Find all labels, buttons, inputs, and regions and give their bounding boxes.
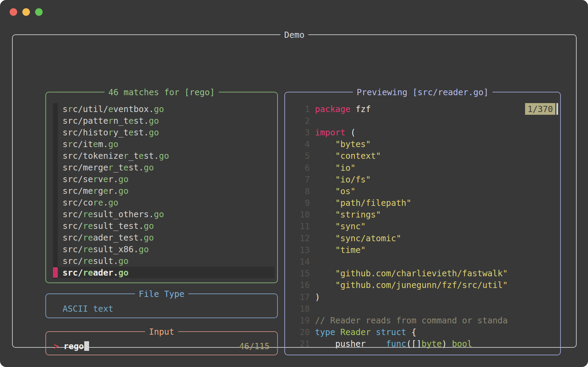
search-input[interactable]: > rego 46/115 (54, 332, 270, 357)
match-counter: 46/115 (239, 341, 270, 351)
code-text: "bytes" (315, 139, 371, 149)
line-number: 19 (300, 315, 310, 325)
text-segment: st. (134, 127, 149, 137)
list-item-selected[interactable]: src/reader.go (53, 267, 275, 278)
match-segment: r (68, 139, 73, 149)
code-area[interactable]: 1package fzf23import (4 "bytes"5 "contex… (300, 103, 558, 350)
match-segment: go (154, 104, 164, 114)
code-text: // Reader reads from command or standa (315, 315, 508, 325)
text-segment: src/histo (63, 127, 108, 137)
list-item[interactable]: src/item.go (53, 138, 275, 150)
match-segment: e (103, 174, 108, 184)
match-segment: r (93, 186, 98, 196)
list-item[interactable]: src/tokenizer_test.go (53, 150, 275, 162)
list-item[interactable]: src/history_test.go (53, 126, 275, 138)
text-segment: y_t (113, 127, 129, 137)
text-segment: src/ (63, 268, 83, 278)
matches-panel-title: 46 matches for [rego] (105, 87, 219, 98)
preview-scrollbar-thumb[interactable] (556, 103, 558, 115)
match-segment: re (83, 233, 93, 243)
text-segment: ventbox. (113, 104, 154, 114)
query-text: rego (64, 341, 84, 351)
text-segment: sult. (93, 256, 119, 266)
text-segment: _t (113, 163, 124, 173)
line-number: 11 (300, 221, 310, 231)
list-item[interactable]: src/result_x86.go (53, 243, 275, 255)
code-text: "strings" (315, 210, 381, 220)
code-line: 4 "bytes" (300, 138, 558, 150)
code-text: "os" (315, 186, 356, 196)
text-segment: st. (129, 163, 144, 173)
list-item[interactable]: src/pattern_test.go (53, 115, 275, 126)
line-number: 15 (300, 268, 310, 278)
line-number: 9 (300, 198, 310, 208)
line-number: 14 (300, 257, 310, 267)
input-panel: Input > rego 46/115 (45, 331, 278, 355)
match-segment: r (68, 104, 73, 114)
text-segment: s (63, 104, 68, 114)
code-text: ) (315, 292, 320, 302)
list-item[interactable]: src/util/eventbox.go (53, 103, 275, 115)
text-segment: ader_test. (93, 233, 144, 243)
code-line: 20type Reader struct { (300, 326, 558, 338)
line-number: 10 (300, 210, 310, 220)
text-segment: s (63, 139, 68, 149)
text-segment: r. (108, 174, 119, 184)
filetype-panel-title: File Type (135, 288, 188, 300)
close-button-icon[interactable] (10, 8, 17, 16)
line-number: 4 (300, 139, 310, 149)
zoom-button-icon[interactable] (35, 8, 43, 16)
list-item[interactable]: src/result_test.go (53, 220, 275, 232)
code-line: 8 "os" (300, 185, 558, 197)
list-item[interactable]: src/merger.go (53, 185, 275, 197)
match-list[interactable]: src/util/eventbox.gosrc/pattern_test.gos… (53, 103, 275, 278)
match-segment: go (108, 139, 119, 149)
list-item[interactable]: src/merger_test.go (53, 162, 275, 173)
text-segment: c/util/ (73, 104, 108, 114)
window-title: Demo (280, 29, 308, 41)
demo-border-box: Demo 46 matches for [rego] src/util/even… (12, 34, 577, 348)
line-number: 8 (300, 186, 310, 196)
code-line: 15 "github.com/charlievieth/fastwalk" (300, 268, 558, 279)
code-line: 9 "path/filepath" (300, 197, 558, 209)
text-cursor (84, 341, 89, 351)
match-segment: go (149, 127, 159, 137)
match-segment: go (144, 221, 154, 231)
code-line: 7 "io/fs" (300, 174, 558, 185)
text-segment: src/ (63, 221, 83, 231)
match-segment: r (108, 163, 113, 173)
text-segment: src/merge (63, 163, 108, 173)
list-item[interactable]: src/reader_test.go (53, 232, 275, 243)
code-text: "sync/atomic" (315, 233, 401, 243)
filetype-panel: File Type ASCII text (45, 293, 278, 318)
match-segment: e (123, 163, 129, 173)
filetype-value: ASCII text (63, 294, 113, 320)
match-segment: re (83, 244, 93, 254)
code-text: "path/filepath" (315, 198, 411, 208)
line-number: 13 (300, 245, 310, 255)
line-number: 21 (300, 339, 310, 349)
list-item[interactable]: src/result_others.go (53, 208, 275, 220)
match-segment: r (108, 127, 113, 137)
list-item[interactable]: src/server.go (53, 173, 275, 185)
match-segment: go (118, 174, 129, 184)
code-line: 10 "strings" (300, 209, 558, 221)
match-segment: go (139, 244, 149, 254)
list-item[interactable]: src/result.go (53, 255, 275, 267)
code-text: import ( (315, 127, 356, 137)
code-line: 19// Reader reads from command or standa (300, 314, 558, 326)
minimize-button-icon[interactable] (22, 8, 30, 16)
list-item[interactable]: src/core.go (53, 197, 275, 208)
line-number: 5 (300, 151, 310, 161)
code-line: 18 (300, 303, 558, 314)
text-segment: src/ (63, 244, 83, 254)
code-text: type Reader struct { (315, 327, 416, 337)
text-segment: r. (108, 186, 119, 196)
preview-panel: Previewing [src/reader.go] 1package fzf2… (284, 92, 561, 355)
match-segment: re (83, 256, 93, 266)
code-text: "context" (315, 151, 381, 161)
code-text: "io/fs" (315, 175, 371, 185)
code-line: 3import ( (300, 126, 558, 138)
match-segment: go (118, 268, 129, 278)
match-segment: r (123, 151, 129, 161)
